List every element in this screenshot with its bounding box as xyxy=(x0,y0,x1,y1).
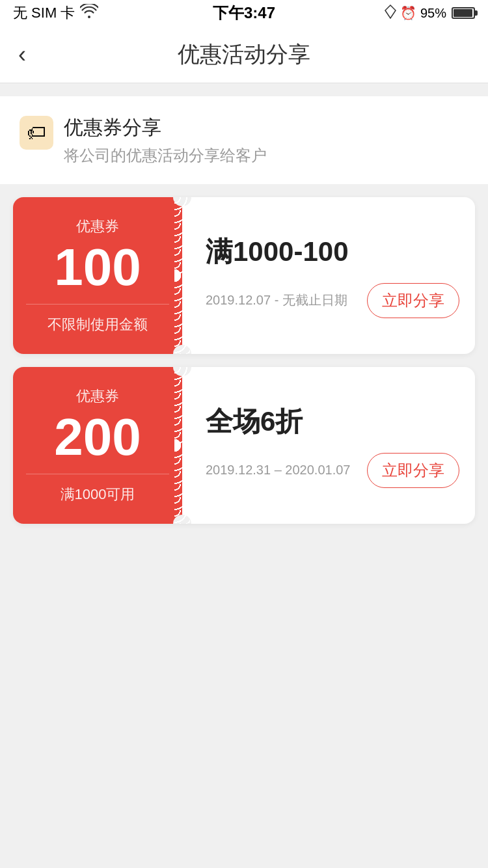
bottom-background xyxy=(0,537,488,797)
coupon-name-1: 满1000-100 xyxy=(206,234,459,270)
coupon-amount-1: 100 xyxy=(54,241,141,293)
coupon-left-1: 优惠券 100 不限制使用金额 xyxy=(13,197,182,354)
section-subtitle: 将公司的优惠活动分享给客户 xyxy=(64,145,267,166)
coupon-divider-1 xyxy=(26,304,169,305)
section-icon: 🏷 xyxy=(20,116,53,150)
coupon-notch-bottom-2 xyxy=(173,515,191,524)
coupon-amount-2: 200 xyxy=(54,411,141,463)
share-button-1[interactable]: 立即分享 xyxy=(367,283,459,318)
coupon-card-1: 优惠券 100 不限制使用金额 满1000-100 2019.12.07 - 无… xyxy=(13,197,475,354)
section-text-group: 优惠券分享 将公司的优惠活动分享给客户 xyxy=(64,115,267,166)
coupon-card-2: 优惠券 200 满1000可用 全场6折 2019.12.31 – 2020.0… xyxy=(13,367,475,524)
coupon-notch-bottom-1 xyxy=(173,345,191,354)
coupon-right-2: 全场6折 2019.12.31 – 2020.01.07 立即分享 xyxy=(182,367,475,524)
coupon-right-1: 满1000-100 2019.12.07 - 无截止日期 立即分享 xyxy=(182,197,475,354)
coupon-type-1: 优惠券 xyxy=(76,217,119,236)
coupon-meta-2: 2019.12.31 – 2020.01.07 立即分享 xyxy=(206,453,459,488)
coupon-left-2: 优惠券 200 满1000可用 xyxy=(13,367,182,524)
coupon-condition-1: 不限制使用金额 xyxy=(47,315,148,334)
battery-icon xyxy=(452,7,475,19)
coupon-date-2: 2019.12.31 – 2020.01.07 xyxy=(206,463,360,478)
page-title: 优惠活动分享 xyxy=(178,40,310,70)
battery-percent: 95% xyxy=(420,6,446,21)
section-title: 优惠券分享 xyxy=(64,115,267,141)
coupon-date-1: 2019.12.07 - 无截止日期 xyxy=(206,292,360,309)
share-button-2[interactable]: 立即分享 xyxy=(367,453,459,488)
wifi-icon xyxy=(80,4,98,22)
coupon-notch-top-1 xyxy=(173,197,191,206)
coupon-notch-top-2 xyxy=(173,367,191,376)
coupon-condition-2: 满1000可用 xyxy=(61,485,135,504)
alarm-icon: ⏰ xyxy=(400,5,416,21)
location-icon xyxy=(385,5,396,22)
coupon-type-2: 优惠券 xyxy=(76,387,119,406)
status-bar: 无 SIM 卡 下午3:47 ⏰ 95% xyxy=(0,0,488,26)
coupon-divider-2 xyxy=(26,474,169,474)
back-button[interactable]: ‹ xyxy=(18,41,26,68)
coupon-meta-1: 2019.12.07 - 无截止日期 立即分享 xyxy=(206,283,459,318)
status-left: 无 SIM 卡 xyxy=(13,3,98,23)
coupon-name-2: 全场6折 xyxy=(206,403,459,440)
status-time: 下午3:47 xyxy=(213,3,275,23)
status-right: ⏰ 95% xyxy=(385,5,475,22)
nav-bar: ‹ 优惠活动分享 xyxy=(0,26,488,83)
section-header: 🏷 优惠券分享 将公司的优惠活动分享给客户 xyxy=(0,96,488,184)
carrier-text: 无 SIM 卡 xyxy=(13,3,75,23)
coupon-icon: 🏷 xyxy=(27,122,46,144)
coupon-list: 优惠券 100 不限制使用金额 满1000-100 2019.12.07 - 无… xyxy=(0,184,488,537)
